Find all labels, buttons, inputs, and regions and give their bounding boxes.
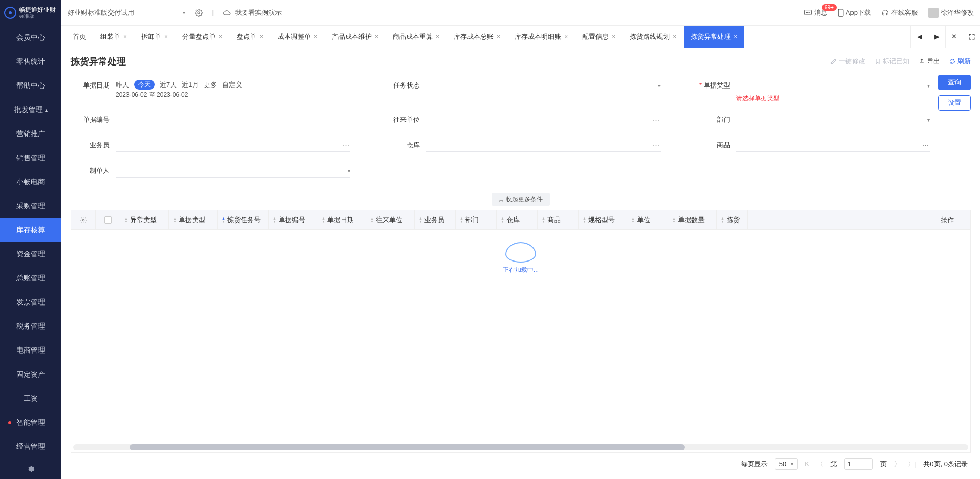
sidebar-item-17[interactable]: 经营管理 xyxy=(0,434,61,459)
column-header-9[interactable]: ▲▼商品 xyxy=(538,210,579,229)
column-header-2[interactable]: ▲▼拣货任务号 xyxy=(218,210,269,229)
salesman-select[interactable]: ⋯ xyxy=(116,140,350,152)
app-download-button[interactable]: App下载 xyxy=(838,8,871,17)
tab-7[interactable]: 商品成本重算× xyxy=(386,26,446,48)
sidebar-item-6[interactable]: 小畅电商 xyxy=(0,170,61,194)
settings-button[interactable]: 设置 xyxy=(938,95,971,111)
column-header-8[interactable]: ▲▼仓库 xyxy=(497,210,538,229)
product-selector[interactable]: 好业财标准版交付试用 ▾ xyxy=(68,8,185,17)
doc-no-input[interactable] xyxy=(116,114,350,126)
tab-9[interactable]: 库存成本明细账× xyxy=(507,26,575,48)
sort-icon[interactable]: ▲▼ xyxy=(273,217,276,223)
settings-icon-button[interactable] xyxy=(195,9,203,17)
close-icon[interactable]: × xyxy=(260,33,263,40)
page-number-input[interactable] xyxy=(844,458,873,470)
sort-icon[interactable]: ▲▼ xyxy=(631,217,635,223)
column-header-1[interactable]: ▲▼单据类型 xyxy=(169,210,218,229)
close-icon[interactable]: × xyxy=(612,33,615,40)
task-status-select[interactable]: ▾ xyxy=(426,80,661,92)
close-icon[interactable]: × xyxy=(123,33,127,40)
sort-icon[interactable]: ▲▼ xyxy=(721,217,725,223)
column-header-3[interactable]: ▲▼单据编号 xyxy=(269,210,317,229)
sidebar-item-15[interactable]: 工资 xyxy=(0,386,61,410)
column-header-10[interactable]: ▲▼规格型号 xyxy=(579,210,627,229)
first-page-button[interactable]: K xyxy=(805,460,809,468)
product-select-field[interactable]: ⋯ xyxy=(736,140,930,152)
sidebar-item-3[interactable]: 批发管理 xyxy=(0,98,61,122)
tab-4[interactable]: 盘点单× xyxy=(229,26,270,48)
date-custom[interactable]: 自定义 xyxy=(222,80,242,90)
date-last1m[interactable]: 近1月 xyxy=(182,80,199,90)
date-more[interactable]: 更多 xyxy=(204,80,217,90)
close-icon[interactable]: × xyxy=(497,33,500,40)
close-icon[interactable]: × xyxy=(673,33,676,40)
column-header-11[interactable]: ▲▼单位 xyxy=(627,210,668,229)
dept-select[interactable]: ▾ xyxy=(736,114,930,126)
sidebar-item-9[interactable]: 资金管理 xyxy=(0,242,61,266)
partner-select[interactable]: ⋯ xyxy=(426,114,661,126)
sidebar-item-16[interactable]: 智能管理 xyxy=(0,410,61,434)
date-today[interactable]: 今天 xyxy=(134,80,155,90)
close-icon[interactable]: × xyxy=(375,33,378,40)
sidebar-item-10[interactable]: 总账管理 xyxy=(0,266,61,290)
table-settings-header[interactable] xyxy=(71,210,96,229)
close-icon[interactable]: × xyxy=(734,33,737,40)
column-header-5[interactable]: ▲▼往来单位 xyxy=(366,210,415,229)
demo-link[interactable]: 我要看实例演示 xyxy=(223,8,282,17)
sort-icon[interactable]: ▲▼ xyxy=(322,217,325,223)
query-button[interactable]: 查询 xyxy=(938,75,971,90)
refresh-button[interactable]: 刷新 xyxy=(949,57,971,66)
sidebar-item-1[interactable]: 零售统计 xyxy=(0,50,61,74)
close-icon[interactable]: × xyxy=(219,33,222,40)
tab-1[interactable]: 组装单× xyxy=(93,26,134,48)
tab-8[interactable]: 库存成本总账× xyxy=(446,26,507,48)
sort-icon[interactable]: ▲▼ xyxy=(173,217,177,223)
column-header-7[interactable]: ▲▼部门 xyxy=(456,210,497,229)
sidebar-settings-button[interactable] xyxy=(0,459,61,479)
warehouse-select[interactable]: ⋯ xyxy=(426,140,661,152)
customer-service-button[interactable]: 在线客服 xyxy=(881,8,918,17)
date-yesterday[interactable]: 昨天 xyxy=(116,80,129,90)
last-page-button[interactable]: 〉| xyxy=(908,460,916,469)
tab-2[interactable]: 拆卸单× xyxy=(134,26,175,48)
column-header-13[interactable]: ▲▼拣货 xyxy=(717,210,748,229)
column-header-6[interactable]: ▲▼业务员 xyxy=(415,210,456,229)
tabs-scroll-left[interactable]: ◀ xyxy=(910,26,928,48)
sort-icon[interactable]: ▲▼ xyxy=(124,217,128,223)
close-icon[interactable]: × xyxy=(436,33,439,40)
messages-button[interactable]: 消息 99+ xyxy=(804,8,827,17)
prev-page-button[interactable]: 〈 xyxy=(817,460,823,469)
sort-icon[interactable]: ▲▼ xyxy=(419,217,422,223)
close-icon[interactable]: × xyxy=(164,33,168,40)
tabs-close-all[interactable]: ✕ xyxy=(945,26,963,48)
checkbox[interactable] xyxy=(104,216,112,224)
sidebar-item-4[interactable]: 营销推广 xyxy=(0,122,61,146)
sidebar-item-2[interactable]: 帮助中心 xyxy=(0,74,61,98)
column-header-0[interactable]: ▲▼异常类型 xyxy=(120,210,169,229)
sidebar-item-12[interactable]: 税务管理 xyxy=(0,314,61,338)
sort-icon[interactable]: ▲▼ xyxy=(370,217,374,223)
sort-icon[interactable]: ▲▼ xyxy=(460,217,463,223)
sidebar-item-0[interactable]: 会员中心 xyxy=(0,26,61,50)
sort-icon[interactable]: ▲▼ xyxy=(542,217,545,223)
scrollbar-thumb[interactable] xyxy=(130,444,685,450)
next-page-button[interactable]: 〉 xyxy=(894,460,901,469)
page-size-select[interactable]: 50 ▾ xyxy=(775,458,798,470)
horizontal-scrollbar[interactable] xyxy=(73,444,968,450)
user-menu[interactable]: 徐泽华修改 xyxy=(928,8,974,18)
sidebar-item-14[interactable]: 固定资产 xyxy=(0,362,61,386)
fullscreen-button[interactable] xyxy=(963,26,980,48)
tab-3[interactable]: 分量盘点单× xyxy=(175,26,229,48)
mark-known-button[interactable]: 标记已知 xyxy=(875,57,909,66)
sort-icon[interactable]: ▲▼ xyxy=(222,217,225,223)
column-header-4[interactable]: ▲▼单据日期 xyxy=(317,210,366,229)
close-icon[interactable]: × xyxy=(564,33,568,40)
export-button[interactable]: 导出 xyxy=(919,57,940,66)
sidebar-item-13[interactable]: 电商管理 xyxy=(0,338,61,362)
tab-0[interactable]: 首页 xyxy=(66,26,93,48)
column-header-12[interactable]: ▲▼单据数量 xyxy=(668,210,717,229)
sidebar-item-7[interactable]: 采购管理 xyxy=(0,194,61,218)
sidebar-item-11[interactable]: 发票管理 xyxy=(0,290,61,314)
close-icon[interactable]: × xyxy=(314,33,317,40)
tab-5[interactable]: 成本调整单× xyxy=(270,26,325,48)
